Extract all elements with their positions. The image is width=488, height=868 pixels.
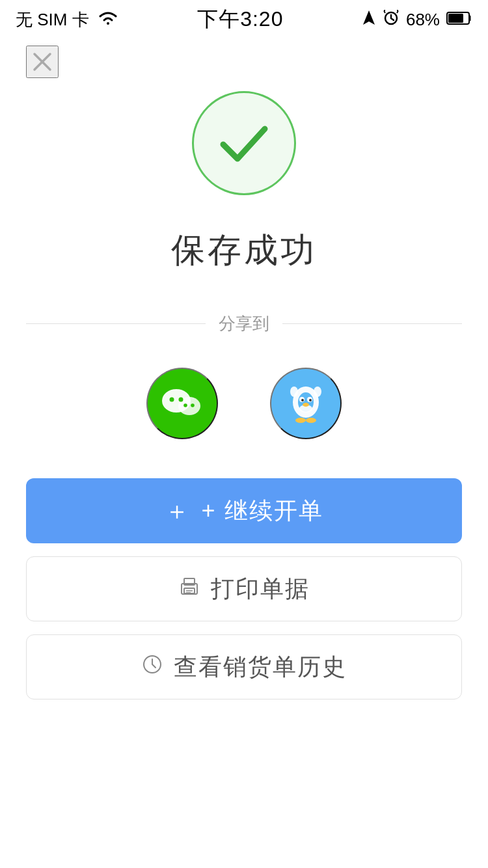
svg-point-21 [295, 418, 306, 423]
history-icon [141, 653, 163, 681]
action-buttons: ＋ + 继续开单 打印单据 查看销货单 [0, 478, 488, 699]
continue-order-label: + 继续开单 [201, 495, 323, 527]
share-section: 分享到 [0, 312, 488, 439]
svg-point-16 [301, 399, 304, 401]
success-title: 保存成功 [171, 228, 317, 273]
alarm-icon [383, 9, 400, 31]
status-left: 无 SIM 卡 [16, 8, 119, 31]
status-right: 68% [362, 9, 472, 31]
svg-point-18 [303, 403, 309, 407]
svg-point-19 [290, 387, 298, 397]
share-divider: 分享到 [0, 312, 488, 335]
svg-point-9 [183, 403, 187, 407]
battery-icon [446, 10, 472, 30]
history-button[interactable]: 查看销货单历史 [26, 634, 462, 699]
battery-text: 68% [406, 10, 440, 30]
share-label: 分享到 [219, 312, 269, 335]
status-time: 下午3:20 [197, 5, 283, 34]
wifi-icon [97, 9, 119, 31]
close-button[interactable] [26, 46, 59, 78]
wechat-share-button[interactable] [146, 368, 218, 439]
svg-rect-2 [448, 14, 463, 23]
print-label: 打印单据 [211, 573, 310, 605]
svg-point-22 [306, 418, 316, 423]
continue-order-button[interactable]: ＋ + 继续开单 [26, 478, 462, 543]
main-content: 保存成功 分享到 [0, 39, 488, 699]
print-icon [178, 575, 200, 603]
plus-icon: ＋ [165, 495, 191, 528]
svg-point-8 [179, 398, 183, 402]
status-bar: 无 SIM 卡 下午3:20 68% [0, 0, 488, 39]
print-button[interactable]: 打印单据 [26, 556, 462, 621]
location-icon [362, 9, 376, 31]
share-icons [146, 368, 342, 439]
carrier-text: 无 SIM 卡 [16, 8, 89, 31]
svg-point-7 [170, 398, 174, 402]
history-label: 查看销货单历史 [174, 651, 347, 683]
svg-point-20 [314, 387, 321, 397]
success-icon-circle [192, 91, 296, 195]
divider-line-right [282, 323, 462, 324]
svg-point-17 [309, 399, 312, 401]
svg-point-10 [191, 403, 195, 407]
divider-line-left [26, 323, 206, 324]
qq-share-button[interactable] [270, 368, 342, 439]
